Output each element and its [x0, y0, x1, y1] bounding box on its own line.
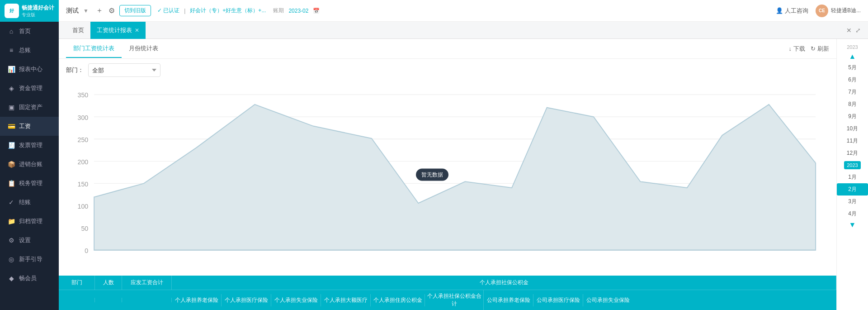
product-tags: 好会计（专）+好生意（标）+...: [190, 7, 266, 14]
month-11[interactable]: 11月: [837, 135, 868, 147]
year-2023-badge[interactable]: 2023: [844, 161, 860, 169]
user-avatar: CE: [816, 5, 828, 17]
ledger-icon: ≡: [7, 46, 15, 54]
topbar-tags: ✓ 已认证 | 好会计（专）+好生意（标）+... 账期 2023-02 📅: [157, 7, 771, 14]
month-8[interactable]: 8月: [837, 98, 868, 110]
sidebar-item-sales[interactable]: 📦 进销台账: [0, 155, 59, 174]
year-up-button[interactable]: ▲: [837, 52, 868, 62]
sub-tab-actions: ↓ 下载 ↻ 刷新: [789, 45, 830, 53]
dropdown-arrow-icon: ▼: [83, 8, 89, 14]
refresh-button[interactable]: ↻ 刷新: [811, 45, 829, 53]
th-medical: 个人承担医疗保险: [222, 294, 271, 306]
archive-icon: 📁: [7, 217, 15, 225]
content-area: 部门工资统计表 月份统计表 ↓ 下载 ↻ 刷新: [59, 39, 868, 310]
sub-tab-month[interactable]: 月份统计表: [122, 40, 165, 58]
download-button[interactable]: ↓ 下载: [789, 45, 806, 53]
close-window-button[interactable]: ✕: [846, 27, 852, 34]
sidebar-item-guide[interactable]: ◎ 新手引导: [0, 250, 59, 269]
page-main: 部门工资统计表 月份统计表 ↓ 下载 ↻ 刷新: [59, 39, 836, 310]
th-group-personal: 个人承担社保公积金: [172, 276, 836, 290]
sidebar-label-closing: 结账: [19, 198, 31, 206]
svg-text:50: 50: [81, 225, 88, 232]
sidebar-label-salary: 工资: [19, 122, 31, 130]
tab-salary[interactable]: 工资统计报表 ✕: [90, 22, 146, 39]
period-label: 账期: [273, 7, 284, 14]
help-button[interactable]: 👤 人工咨询: [776, 7, 808, 15]
svg-text:200: 200: [78, 158, 89, 166]
month-9[interactable]: 9月: [837, 110, 868, 123]
settings-button[interactable]: ⚙: [108, 5, 116, 16]
month-3[interactable]: 3月: [837, 196, 868, 208]
reports-icon: 📊: [7, 65, 15, 73]
dept-filter-select[interactable]: 全部 研发部 销售部 运营部 财务部: [88, 63, 160, 77]
year-down-button[interactable]: ▼: [837, 220, 868, 230]
sidebar-item-reports[interactable]: 📊 报表中心: [0, 60, 59, 79]
month-12[interactable]: 12月: [837, 147, 868, 159]
switch-old-version-button[interactable]: 切到旧版: [119, 5, 151, 16]
sidebar-item-tax[interactable]: 📋 税务管理: [0, 174, 59, 193]
tab-home[interactable]: 首页: [66, 22, 90, 39]
month-7[interactable]: 7月: [837, 86, 868, 98]
sidebar-item-funds[interactable]: ◈ 资金管理: [0, 79, 59, 98]
member-icon: ◆: [7, 274, 15, 282]
sidebar-label-funds: 资金管理: [19, 84, 42, 92]
no-data-tooltip: 暂无数据: [416, 169, 448, 181]
sidebar-item-invoice[interactable]: 🧾 发票管理: [0, 136, 59, 155]
svg-text:150: 150: [78, 181, 89, 188]
sidebar-label-tax: 税务管理: [19, 179, 42, 187]
calendar-icon[interactable]: 📅: [313, 8, 320, 14]
month-10[interactable]: 10月: [837, 123, 868, 135]
filter-row: 部门： 全部 研发部 销售部 运营部 财务部: [59, 59, 836, 81]
main-area: 测试 ▼ ＋ ⚙ 切到旧版 ✓ 已认证 | 好会计（专）+好生意（标）+... …: [59, 0, 868, 310]
logo-text: 畅捷通好会计 专业版: [22, 4, 54, 18]
sidebar-item-salary[interactable]: 💳 工资: [0, 117, 59, 136]
period-value: 2023-02: [288, 8, 308, 14]
th-dept: 部门: [59, 276, 95, 290]
right-panel: 2023 ▲ 5月 6月 7月 8月 9月 10月 11月 12月 2023 1…: [836, 39, 868, 310]
topbar-right: 👤 人工咨询 CE 轻捷通B迪...: [776, 5, 861, 17]
tab-home-label: 首页: [72, 26, 84, 34]
funds-icon: ◈: [7, 84, 15, 92]
topbar-title: 测试: [66, 7, 79, 15]
add-button[interactable]: ＋: [95, 5, 104, 16]
th-housing-fund: 个人承担住房公积金: [371, 294, 425, 306]
month-2[interactable]: 2月: [837, 183, 868, 196]
tabbar: 首页 工资统计报表 ✕ ✕ ⤢: [59, 22, 868, 39]
sidebar-item-member[interactable]: ◆ 畅会员: [0, 269, 59, 288]
expand-window-button[interactable]: ⤢: [855, 27, 861, 34]
sidebar-item-archive[interactable]: 📁 归档管理: [0, 212, 59, 231]
sidebar-label-archive: 归档管理: [19, 217, 42, 225]
invoice-icon: 🧾: [7, 141, 15, 149]
sidebar-item-ledger[interactable]: ≡ 总账: [0, 41, 59, 60]
month-6[interactable]: 6月: [837, 74, 868, 86]
tab-close-icon[interactable]: ✕: [135, 27, 139, 33]
download-label: 下载: [793, 45, 805, 53]
th-pension: 个人承担养老保险: [172, 294, 222, 306]
logo-title: 畅捷通好会计: [22, 4, 54, 12]
sidebar-item-settings[interactable]: ⚙ 设置: [0, 231, 59, 250]
sidebar-label-member: 畅会员: [19, 274, 37, 282]
th-dept-sub: [59, 298, 95, 302]
th-count: 人数: [95, 276, 122, 290]
svg-text:300: 300: [78, 114, 89, 121]
sidebar-item-closing[interactable]: ✓ 结账: [0, 193, 59, 212]
refresh-label: 刷新: [817, 45, 829, 53]
sidebar-item-assets[interactable]: ▣ 固定资产: [0, 98, 59, 117]
assets-icon: ▣: [7, 103, 15, 111]
tag-separator: |: [184, 8, 185, 14]
sub-tab-dept[interactable]: 部门工资统计表: [66, 40, 122, 58]
settings-icon: ⚙: [7, 236, 15, 244]
certified-badge: ✓ 已认证: [157, 7, 179, 14]
month-4[interactable]: 4月: [837, 208, 868, 220]
user-menu[interactable]: CE 轻捷通B迪...: [816, 5, 861, 17]
download-icon: ↓: [789, 45, 792, 52]
sub-tabs: 部门工资统计表 月份统计表: [66, 40, 165, 58]
month-5[interactable]: 5月: [837, 62, 868, 74]
sub-tab-dept-label: 部门工资统计表: [73, 45, 114, 52]
sidebar-item-home[interactable]: ⌂ 首页: [0, 22, 59, 41]
year-2023-label[interactable]: 2023: [845, 43, 859, 52]
month-1[interactable]: 1月: [837, 171, 868, 183]
sidebar-logo: 好 畅捷通好会计 专业版: [0, 0, 59, 22]
sidebar-label-invoice: 发票管理: [19, 141, 42, 149]
th-personal-total: 个人承担社保公积金合计: [425, 290, 484, 310]
